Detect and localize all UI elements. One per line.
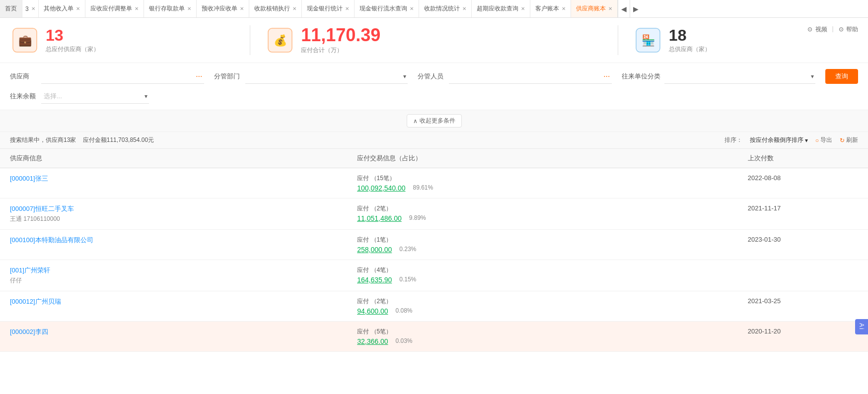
person-filter-input[interactable] (449, 72, 602, 80)
collapse-button[interactable]: ∧ 收起更多条件 (407, 114, 462, 128)
payable-suppliers-number: 13 (46, 27, 99, 43)
transaction-info-cell: 应付 （5笔）32,366.000.03% (347, 322, 738, 352)
transaction-amount[interactable]: 164,635.90 (357, 276, 392, 284)
ai-assistant-button[interactable]: Ai (855, 319, 868, 334)
table-row: [000002]李四应付 （5笔）32,366.000.03%2020-11-2… (0, 322, 868, 352)
pay-type: 应付 (357, 328, 369, 335)
nav-tab-3-close[interactable]: ✕ (31, 6, 35, 11)
pay-count: （2笔） (371, 205, 392, 212)
transaction-amount[interactable]: 11,051,486.00 (357, 214, 402, 222)
help-link[interactable]: ⊙ 帮助 (839, 25, 858, 34)
svg-text:💼: 💼 (18, 34, 32, 47)
nav-prev-arrow[interactable]: ◀ (618, 0, 630, 17)
person-filter-dots[interactable]: ··· (602, 72, 611, 81)
nav-adjustment-close[interactable]: ✕ (135, 6, 139, 11)
payable-suppliers-icon: 💼 (10, 25, 40, 55)
sort-value: 按应付余额倒序排序 (750, 136, 803, 144)
table-container: 供应商信息 应付交易信息（占比） 上次付数 [000001]张三应付 （15笔）… (0, 149, 868, 352)
last-pay-date: 2023-01-30 (748, 236, 781, 243)
nav-prepay-close[interactable]: ✕ (240, 6, 244, 11)
supplier-link[interactable]: [001]广州荣轩 (10, 266, 50, 274)
supplier-info-cell: [000002]李四 (0, 322, 347, 352)
top-navigation: 首页 3 ✕ 其他收入单 ✕ 应收应付调整单 ✕ 银行存取款单 ✕ 预收冲应收单… (0, 0, 868, 18)
supplier-filter-input[interactable] (41, 69, 194, 84)
transaction-percent: 0.03% (395, 337, 412, 344)
nav-customer-ledger[interactable]: 客户账本 ✕ (530, 0, 571, 17)
query-button[interactable]: 查询 (825, 69, 858, 84)
supplier-sub-info: 仔仔 (10, 276, 337, 285)
transaction-amount[interactable]: 100,092,540.00 (357, 184, 405, 192)
filter-department: 分管部门 ▾ (214, 69, 408, 84)
nav-cash-flow-close[interactable]: ✕ (410, 6, 414, 11)
nav-collection-close[interactable]: ✕ (292, 6, 296, 11)
nav-cash-stats-close[interactable]: ✕ (345, 6, 349, 11)
transaction-amount[interactable]: 32,366.00 (357, 337, 388, 345)
total-suppliers-icon: 🏪 (633, 25, 663, 55)
nav-overdue-close[interactable]: ✕ (521, 6, 525, 11)
last-pay-date: 2022-08-08 (748, 174, 781, 182)
nav-overdue[interactable]: 超期应收款查询 ✕ (472, 0, 530, 17)
nav-cash-stats[interactable]: 现金银行统计 ✕ (302, 0, 355, 17)
person-filter-input-container: ··· (449, 69, 612, 84)
supplier-link[interactable]: [000012]广州贝瑞 (10, 298, 61, 305)
nav-bank[interactable]: 银行存取款单 ✕ (144, 0, 197, 17)
transaction-amount[interactable]: 258,000.00 (357, 246, 392, 254)
payable-total-info: 11,170.39 应付合计（万） (301, 26, 380, 55)
nav-prepay[interactable]: 预收冲应收单 ✕ (197, 0, 249, 17)
result-bar: 搜索结果中，供应商13家 应付金额111,703,854.00元 排序： 按应付… (0, 132, 868, 149)
nav-adjustment[interactable]: 应收应付调整单 ✕ (85, 0, 144, 17)
supplier-link[interactable]: [000100]本特勤油品有限公司 (10, 236, 93, 244)
nav-adjustment-label: 应收应付调整单 (90, 4, 132, 13)
nav-supplier-ledger-close[interactable]: ✕ (608, 6, 612, 11)
transaction-percent: 0.08% (395, 307, 412, 314)
nav-cash-flow-label: 现金银行流水查询 (360, 4, 407, 13)
transaction-amount-row: 258,000.000.23% (357, 244, 728, 254)
filter-category: 往来单位分类 ▾ (622, 69, 816, 84)
supplier-link[interactable]: [000002]李四 (10, 328, 48, 335)
last-pay-date-cell: 2023-01-30 (738, 230, 868, 260)
transaction-amount[interactable]: 94,600.00 (357, 307, 388, 315)
refresh-button[interactable]: ↻ 刷新 (840, 136, 858, 144)
category-filter-select[interactable]: ▾ (664, 69, 816, 84)
nav-cash-flow[interactable]: 现金银行流水查询 ✕ (355, 0, 419, 17)
nav-customer-ledger-label: 客户账本 (535, 4, 559, 13)
last-pay-date-cell: 2021-11-17 (738, 198, 868, 230)
export-button[interactable]: ○ 导出 (815, 136, 832, 144)
supplier-link[interactable]: [000007]恒旺二手叉车 (10, 205, 74, 212)
nav-bank-close[interactable]: ✕ (187, 6, 191, 11)
nav-collection[interactable]: 收款核销执行 ✕ (249, 0, 302, 17)
nav-collection-stats-close[interactable]: ✕ (462, 6, 466, 11)
supplier-filter-input-container: ··· (41, 69, 204, 84)
refresh-icon: ↻ (840, 137, 845, 144)
video-link[interactable]: ⊙ 视频 (807, 25, 827, 34)
filter-section: 供应商 ··· 分管部门 ▾ 分管人员 ··· (0, 63, 868, 110)
department-filter-select[interactable]: ▾ (245, 69, 408, 84)
nav-other-income[interactable]: 其他收入单 ✕ (39, 0, 85, 17)
nav-supplier-ledger[interactable]: 供应商账本 ✕ (571, 0, 618, 17)
transaction-percent: 0.15% (399, 276, 416, 283)
nav-home[interactable]: 首页 (0, 0, 22, 17)
nav-supplier-ledger-label: 供应商账本 (576, 4, 606, 13)
transaction-info-cell: 应付 （15笔）100,092,540.0089.61% (347, 168, 738, 198)
transaction-percent: 9.89% (409, 214, 426, 221)
nav-tab-3[interactable]: 3 ✕ (22, 0, 39, 17)
stat-divider-1 (250, 25, 250, 55)
payable-total-number: 11,170.39 (301, 26, 380, 44)
collapse-row: ∧ 收起更多条件 (0, 110, 868, 132)
balance-filter-select[interactable]: 选择... ▾ (41, 89, 149, 104)
category-chevron-down-icon: ▾ (809, 73, 815, 80)
sort-select[interactable]: 按应付余额倒序排序 ▾ (750, 136, 808, 144)
supplier-info-cell: [000100]本特勤油品有限公司 (0, 230, 347, 260)
nav-customer-ledger-close[interactable]: ✕ (562, 6, 566, 11)
transaction-label: 应付 （2笔） (357, 297, 728, 306)
nav-other-income-close[interactable]: ✕ (76, 6, 80, 11)
nav-collection-stats[interactable]: 收款情况统计 ✕ (419, 0, 472, 17)
supplier-filter-dots[interactable]: ··· (194, 72, 204, 81)
nav-prepay-label: 预收冲应收单 (202, 4, 237, 13)
nav-next-arrow[interactable]: ▶ (630, 0, 642, 17)
nav-tab-3-label: 3 (25, 5, 29, 12)
department-chevron-down-icon: ▾ (402, 73, 408, 80)
balance-filter-placeholder: 选择... (41, 92, 143, 101)
pay-type: 应付 (357, 175, 369, 182)
supplier-link[interactable]: [000001]张三 (10, 175, 48, 182)
